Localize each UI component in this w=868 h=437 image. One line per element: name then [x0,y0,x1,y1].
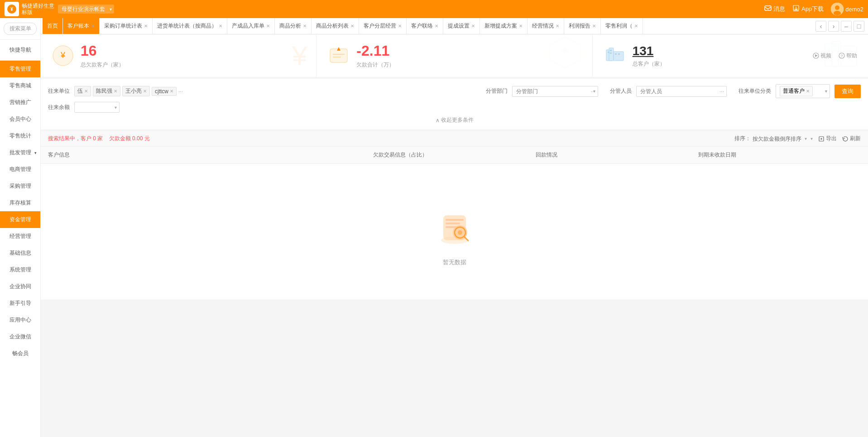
app-download-btn[interactable]: App下载 [792,5,824,14]
tab-close-commission-settings[interactable]: ✕ [471,24,475,28]
collapse-btn[interactable]: ∧ 收起更多条件 [436,116,474,124]
svg-rect-30 [610,52,612,54]
logo-icon: ¥ [5,2,19,16]
tab-purchase-stats-by-product[interactable]: 进货单统计表（按商品） ✕ [153,18,227,34]
sidebar-item-ecommerce[interactable]: 电商管理 [0,161,40,178]
remove-category-tag[interactable]: ✕ [806,89,810,94]
remove-tag-wu[interactable]: ✕ [84,89,88,94]
sidebar-item-app-center[interactable]: 应用中心 [0,312,40,328]
tab-close-purchase-order-stats[interactable]: ✕ [144,24,148,28]
user-menu[interactable]: demo2 [831,3,863,15]
sidebar-item-system-mgmt[interactable]: 系统管理 [0,261,40,278]
tab-close-product-analysis[interactable]: ✕ [303,24,307,28]
sidebar-item-wholesale-mgmt[interactable]: 批发管理 [0,144,40,161]
tab-maximize-btn[interactable]: □ [854,21,864,32]
tab-close-customer-ledger[interactable]: ✕ [91,24,95,28]
tab-customer-contact[interactable]: 客户联络 ✕ [407,18,443,34]
tab-new-commission-plan[interactable]: 新增提成方案 ✕ [480,18,528,34]
filter-row-1: 往来单位 伍 ✕ 陈民强 ✕ 王小亮 [48,84,861,98]
message-btn[interactable]: 消息 [764,5,785,14]
tab-retail-profit[interactable]: 零售利润（ ✕ [601,18,643,34]
svg-rect-21 [833,45,836,48]
tab-customer-ledger[interactable]: 客户账本 ✕ [63,18,100,34]
sidebar-item-inventory[interactable]: 库存核算 [0,195,40,211]
sidebar-item-purchase-mgmt[interactable]: 采购管理 [0,178,40,195]
tab-scroll-right-btn[interactable]: › [828,21,839,32]
tab-close-profit-report[interactable]: ✕ [592,24,596,28]
sort-select[interactable]: 按欠款金额倒序排序 [753,136,809,142]
tab-close-retail-profit[interactable]: ✕ [634,24,638,28]
balance-select[interactable] [74,102,120,113]
sidebar-item-vip[interactable]: 畅会员 [0,345,40,362]
dept-input-dots[interactable]: ··· [591,88,595,95]
tab-close-product-instock[interactable]: ✕ [266,24,270,28]
svg-rect-28 [608,52,609,53]
sort-chevron-icon: ▾ [810,136,813,141]
svg-text:✦: ✦ [561,45,570,57]
dept-input[interactable] [512,86,598,97]
remove-tag-cjttcw[interactable]: ✕ [170,89,173,94]
tab-product-analysis-list[interactable]: 商品分析列表 ✕ [312,18,359,34]
unit-category-select-box[interactable]: 普通客户 ✕ [776,84,830,98]
sidebar-item-basic-info[interactable]: 基础信息 [0,245,40,261]
tab-commission-settings[interactable]: 提成设置 ✕ [443,18,480,34]
sidebar-item-enterprise-wechat[interactable]: 企业微信 [0,328,40,345]
tab-customer-layered[interactable]: 客户分层经营 ✕ [359,18,407,34]
sidebar-item-retail-mall[interactable]: 零售商城 [0,77,40,94]
filter-tag-wang: 王小亮 ✕ [122,86,150,96]
person-input-dots[interactable]: ··· [719,88,724,95]
tab-operations-status[interactable]: 经营情况 ✕ [528,18,564,34]
tab-profit-report[interactable]: 利润报告 ✕ [564,18,601,34]
query-btn[interactable]: 查询 [834,85,861,98]
search-menu-btn[interactable]: 搜索菜单 [4,23,37,35]
person-input[interactable] [636,86,727,97]
tab-purchase-order-stats[interactable]: 采购订单统计表 ✕ [100,18,153,34]
sidebar-item-operations-mgmt[interactable]: 经营管理 [0,228,40,245]
filter-more-btn[interactable]: ··· [178,88,183,95]
person-input-wrap: ··· [636,86,727,97]
svg-text:¥: ¥ [10,7,13,12]
tab-product-instock[interactable]: 产成品入库单 ✕ [227,18,275,34]
sidebar-item-enterprise-collab[interactable]: 企业协同 [0,278,40,295]
sidebar-item-new-guide[interactable]: 新手引导 [0,295,40,312]
sidebar-item-finance-mgmt[interactable]: 资金管理 [0,211,40,228]
tab-product-analysis[interactable]: 商品分析 ✕ [275,18,312,34]
remove-tag-chen[interactable]: ✕ [114,89,117,94]
account-selector[interactable]: 母婴行业演示帐套 [58,5,114,14]
stat-label-total-customers: 总客户（家） [633,60,665,68]
refresh-btn[interactable]: 刷新 [842,135,861,142]
sidebar-item-retail-mgmt[interactable]: 零售管理 [0,61,40,77]
refresh-label: 刷新 [850,135,861,142]
tab-close-purchase-stats-by-product[interactable]: ✕ [219,24,222,28]
unit-category-tag: 普通客户 ✕ [780,86,813,96]
tab-close-customer-layered[interactable]: ✕ [398,24,402,28]
tab-close-operations-status[interactable]: ✕ [556,24,559,28]
stat-icon-wrap-3 [604,44,626,67]
tab-home[interactable]: 首页 [43,18,63,34]
page-content: ¥ ¥ 16 总欠款客户（家） [41,34,868,437]
sidebar-item-member-center[interactable]: 会员中心 [0,111,40,128]
table-header: 客户信息 欠款交易信息（占比） 回款情况 到期未收款日期 [41,147,868,164]
tab-close-new-commission-plan[interactable]: ✕ [519,24,523,28]
tab-close-customer-contact[interactable]: ✕ [435,24,438,28]
tab-close-product-analysis-list[interactable]: ✕ [350,24,354,28]
stat-info-2: -2.11 欠款合计（万） [356,43,394,69]
sidebar-item-quick-nav[interactable]: 快捷导航 [0,43,40,57]
sidebar-item-retail-stats[interactable]: 零售统计 [0,128,40,144]
results-info: 搜索结果中，客户 0 家 欠款金额 0.00 元 [48,135,150,142]
filter-row-2: 往来余额 [48,102,861,113]
table-body: 暂无数据 [41,164,868,299]
stat-info-1: 16 总欠款客户（家） [81,43,124,69]
stat-icon-wrap-1: ¥ [52,44,74,67]
svg-rect-19 [841,46,857,66]
tab-minimize-btn[interactable]: – [841,21,852,32]
remove-tag-wang[interactable]: ✕ [143,89,147,94]
collapse-icon: ∧ [436,117,440,124]
sidebar-item-marketing[interactable]: 营销推广 [0,94,40,111]
stat-icon-wrap-2 [327,44,350,67]
tab-scroll-left-btn[interactable]: ‹ [815,21,826,32]
sidebar-search-area: 搜索菜单 [0,18,40,40]
export-btn[interactable]: 导出 [818,135,837,142]
svg-rect-31 [615,53,617,55]
account-selector-wrap[interactable]: 母婴行业演示帐套 [58,5,114,14]
